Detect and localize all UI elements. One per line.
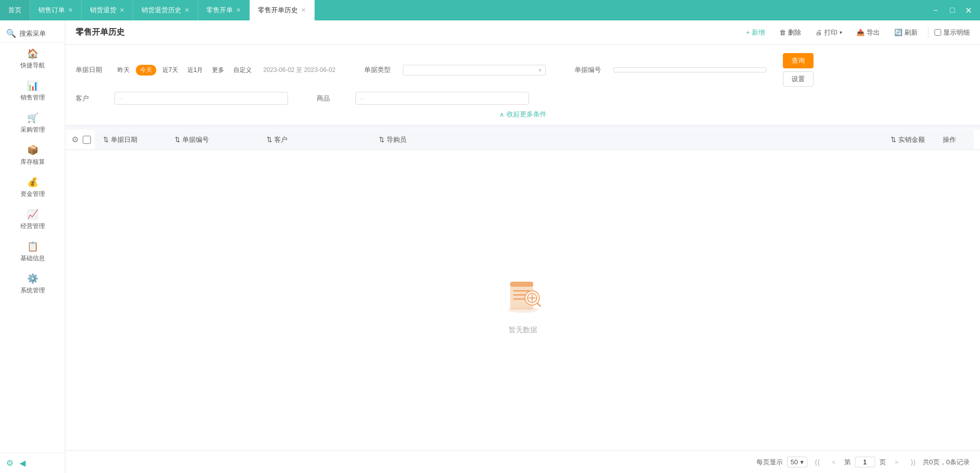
close-btn[interactable]: ✕ xyxy=(962,5,975,16)
chevron-up-icon: ∧ xyxy=(499,111,505,118)
prev-page-btn[interactable]: ＜ xyxy=(827,457,840,468)
tab-sales-return-label: 销货退货 xyxy=(90,6,116,15)
total-text: 共0页，0条记录 xyxy=(923,458,970,467)
type-filter-label: 单据类型 xyxy=(364,65,395,74)
sidebar-search-item[interactable]: 🔍 搜索采单 xyxy=(0,24,65,43)
query-button[interactable]: 查询 xyxy=(783,53,814,68)
tab-sales-return[interactable]: 销货退货 ✕ xyxy=(82,0,133,20)
search-icon: 🔍 xyxy=(6,29,16,38)
sidebar-item-inventory[interactable]: 📦 库存核算 xyxy=(0,139,65,171)
sidebar-collapse-icon[interactable]: ◀ xyxy=(19,458,26,468)
col-header-num: ⇅ 单据编号 xyxy=(171,135,262,144)
table-toolbar: ⚙ ⇅ 单据日期 ⇅ 单据编号 ⇅ 客户 xyxy=(65,130,980,150)
customer-filter-input[interactable]: ··· xyxy=(114,92,288,105)
sidebar-search-label: 搜索采单 xyxy=(19,29,46,38)
product-filter-label: 商品 xyxy=(317,94,347,103)
date-btn-custom[interactable]: 自定义 xyxy=(230,65,255,76)
current-page-input[interactable]: 1 xyxy=(855,457,875,467)
date-filter-buttons: 昨天 今天 近7天 近1月 更多 自定义 xyxy=(114,65,255,76)
sidebar-footer: ⚙ ◀ xyxy=(0,453,65,473)
page-title: 零售开单历史 xyxy=(76,27,125,38)
minimize-btn[interactable]: － xyxy=(928,4,943,17)
tab-retail-history[interactable]: 零售开单历史 ✕ xyxy=(250,0,315,20)
sidebar-item-sys-mgmt[interactable]: ⚙️ 系统管理 xyxy=(0,268,65,300)
display-detail-checkbox[interactable] xyxy=(935,29,941,36)
refresh-button[interactable]: 🔄 刷新 xyxy=(890,26,922,39)
table-settings-icon[interactable]: ⚙ xyxy=(71,135,79,144)
empty-illustration xyxy=(497,266,548,317)
maximize-btn[interactable]: □ xyxy=(947,5,958,16)
sort-guide-icon[interactable]: ⇅ xyxy=(379,136,385,143)
setting-button[interactable]: 设置 xyxy=(783,71,814,87)
add-button[interactable]: + 新增 xyxy=(742,26,769,39)
sort-num-icon[interactable]: ⇅ xyxy=(175,136,180,143)
product-filter-input[interactable]: ··· xyxy=(355,92,529,105)
print-button[interactable]: 🖨 打印 ▾ xyxy=(811,26,846,39)
col-header-amount: ⇅ 实销金额 xyxy=(868,135,929,144)
delete-button[interactable]: 🗑 删除 xyxy=(775,26,805,39)
tab-sales-return-close[interactable]: ✕ xyxy=(119,7,125,14)
export-button[interactable]: 📤 导出 xyxy=(852,26,884,39)
collapse-label: 收起更多条件 xyxy=(507,110,546,119)
filter-area: 单据日期 昨天 今天 近7天 近1月 更多 自定义 2023-06-02 至 2… xyxy=(65,45,980,126)
tab-sales-order[interactable]: 销售订单 ✕ xyxy=(30,0,82,20)
last-page-btn[interactable]: ⟩⟩ xyxy=(907,457,919,467)
type-filter-chevron-down-icon: ▾ xyxy=(539,67,541,73)
sidebar-item-label: 快捷导航 xyxy=(20,61,45,70)
page-size-select[interactable]: 50 ▾ xyxy=(787,457,807,467)
window-controls: － □ ✕ xyxy=(928,4,980,17)
date-btn-today[interactable]: 今天 xyxy=(136,65,156,76)
tab-retail-open[interactable]: 零售开单 ✕ xyxy=(198,0,250,20)
select-all-checkbox[interactable] xyxy=(83,136,91,144)
sidebar-item-label: 基础信息 xyxy=(20,254,45,263)
display-detail-button[interactable]: 显示明细 xyxy=(935,28,970,37)
col-header-date: ⇅ 单据日期 xyxy=(99,135,171,144)
page-label-end: 页 xyxy=(879,458,886,467)
col-header-op: 操作 xyxy=(929,135,970,144)
filter-row-customer: 客户 ··· 商品 ··· xyxy=(76,92,970,105)
date-btn-more[interactable]: 更多 xyxy=(209,65,227,76)
tab-sales-return-history-close[interactable]: ✕ xyxy=(184,7,189,14)
date-range-text: 2023-06-02 至 2023-06-02 xyxy=(263,66,335,74)
sort-asc-icon[interactable]: ⇅ xyxy=(103,136,109,143)
export-label: 导出 xyxy=(867,28,880,37)
tab-sales-order-label: 销售订单 xyxy=(38,6,65,15)
sort-customer-icon[interactable]: ⇅ xyxy=(267,136,272,143)
sidebar-item-quick-nav[interactable]: 🏠 快捷导航 xyxy=(0,43,65,75)
sidebar-item-operations[interactable]: 📈 经营管理 xyxy=(0,204,65,236)
collapse-button[interactable]: ∧ 收起更多条件 xyxy=(499,110,546,119)
col-header-guide: ⇅ 导购员 xyxy=(375,135,436,144)
date-btn-7days[interactable]: 近7天 xyxy=(159,65,181,76)
svg-rect-2 xyxy=(510,282,533,287)
date-btn-yesterday[interactable]: 昨天 xyxy=(114,65,133,76)
next-page-btn[interactable]: ＞ xyxy=(890,457,903,468)
tab-sales-order-close[interactable]: ✕ xyxy=(68,7,73,14)
sidebar-item-purchase-mgmt[interactable]: 🛒 采购管理 xyxy=(0,107,65,139)
sales-icon: 📊 xyxy=(27,80,38,91)
sidebar-item-sales-mgmt[interactable]: 📊 销售管理 xyxy=(0,75,65,107)
customer-filter-label: 客户 xyxy=(76,94,106,103)
tab-retail-history-close[interactable]: ✕ xyxy=(301,7,306,14)
num-filter-input[interactable] xyxy=(613,67,767,72)
delete-label: 删除 xyxy=(788,28,801,37)
first-page-btn[interactable]: ⟨⟨ xyxy=(811,457,823,467)
tab-retail-open-close[interactable]: ✕ xyxy=(236,7,241,14)
svg-line-8 xyxy=(537,303,540,306)
tab-sales-return-history[interactable]: 销货退货历史 ✕ xyxy=(133,0,198,20)
sidebar-item-base-info[interactable]: 📋 基础信息 xyxy=(0,236,65,268)
page-header: 零售开单历史 + 新增 🗑 删除 🖨 打印 ▾ 📤 导出 xyxy=(65,20,980,45)
tab-sales-return-history-label: 销货退货历史 xyxy=(141,6,181,15)
empty-state: 暂无数据 xyxy=(65,150,980,451)
date-btn-1month[interactable]: 近1月 xyxy=(184,65,206,76)
type-filter-select[interactable]: ▾ xyxy=(403,65,546,76)
sidebar-item-finance[interactable]: 💰 资金管理 xyxy=(0,171,65,204)
sidebar-item-label: 资金管理 xyxy=(20,190,45,198)
tab-retail-history-label: 零售开单历史 xyxy=(258,6,298,15)
page-size-value: 50 xyxy=(791,458,798,466)
sort-amount-icon[interactable]: ⇅ xyxy=(891,136,896,143)
sidebar-settings-icon[interactable]: ⚙ xyxy=(6,458,13,468)
sidebar-item-label: 采购管理 xyxy=(20,126,45,134)
tab-home-label: 首页 xyxy=(8,6,21,15)
tab-home[interactable]: 首页 xyxy=(0,0,30,20)
customer-filter-placeholder: ··· xyxy=(119,94,125,102)
